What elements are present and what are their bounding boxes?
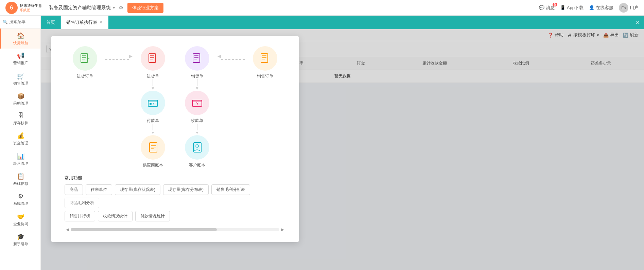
logo-icon: 6 — [5, 2, 18, 14]
svg-rect-24 — [149, 143, 150, 151]
flow-label-payment: 付款单 — [147, 118, 159, 124]
newbie-icon: 🎓 — [17, 233, 24, 240]
enterprise-icon: 🤝 — [17, 213, 24, 220]
sidebar-item-newbie[interactable]: 🎓 新手引导 — [0, 230, 40, 250]
system-dropdown-icon[interactable]: ▾ — [113, 5, 115, 10]
tab-close-icon[interactable]: ✕ — [99, 20, 103, 25]
sidebar-item-operations[interactable]: 📊 经营管理 — [0, 149, 40, 169]
sidebar-item-label: 销售管理 — [13, 81, 28, 86]
sidebar-item-label: 经营管理 — [13, 161, 28, 166]
common-functions-section: 常用功能 商品 往来单位 现存量(库存状况表) 现存量(库存分布表) 销售毛利分… — [65, 175, 285, 221]
tab-sales-orders-label: 销售订单执行表 — [66, 19, 97, 25]
common-btn-stock-dist[interactable]: 现存量(库存分布表) — [163, 184, 209, 195]
flow-node-payment[interactable]: ¥ 付款单 — [133, 91, 173, 124]
marketing-icon: 📢 — [17, 52, 24, 59]
user-avatar: Ea — [619, 3, 628, 13]
app-wrapper: 6 畅康通好生意 乐赋版 装备及固定资产辅助管理系统 ▾ ⚙ 体验行业方案 💬 … — [0, 0, 644, 270]
scroll-thumb — [71, 228, 217, 231]
common-buttons-row2: 销售排行榜 收款情况统计 付款情况统计 — [65, 211, 285, 221]
svg-rect-12 — [261, 54, 268, 62]
sidebar-item-base-info[interactable]: 📋 基础信息 — [0, 169, 40, 189]
purchase-icon: 📦 — [17, 92, 24, 100]
common-btn-goods[interactable]: 商品 — [65, 184, 83, 195]
main-layout: 🔍 搜索菜单 🏠 快捷导航 📢 营销推广 🛒 销售管理 📦 采购管理 🗄 — [0, 16, 644, 270]
user-btn[interactable]: Ea 用户 — [619, 3, 639, 13]
sidebar-item-sys-mgmt[interactable]: ⚙ 系统管理 — [0, 189, 40, 209]
overlay: 进货订单 ▶ — [41, 29, 644, 270]
sidebar-search[interactable]: 🔍 搜索菜单 — [0, 16, 40, 29]
common-btn-goods-margin[interactable]: 商品毛利分析 — [65, 198, 99, 208]
topbar-right: 💬 消息 5 📱 App下载 👤 在线客服 Ea 用户 — [539, 3, 639, 13]
sidebar-item-label: 营销推广 — [13, 60, 28, 65]
system-name: 装备及固定资产辅助管理系统 — [49, 5, 111, 11]
sidebar-item-purchase[interactable]: 📦 采购管理 — [0, 89, 40, 109]
common-btn-sales-margin[interactable]: 销售毛利分析表 — [211, 184, 250, 195]
settings-icon[interactable]: ⚙ — [119, 4, 123, 11]
supplier-ledger-icon — [141, 135, 165, 160]
flow-label-supplier-ledger: 供应商账本 — [143, 162, 163, 168]
common-btn-sales-rank[interactable]: 销售排行榜 — [65, 211, 95, 221]
svg-rect-23 — [150, 143, 157, 152]
sidebar-item-label: 快捷导航 — [13, 40, 28, 45]
popup-scrollbar: ◀ ▶ — [65, 227, 285, 232]
app-download-btn[interactable]: 📱 App下载 — [560, 5, 584, 11]
flow-node-customer-ledger[interactable]: 客户账本 — [177, 135, 217, 168]
flow-node-sales-order[interactable]: 销售订单 — [245, 46, 285, 79]
flow-node-purchase-order[interactable]: 进货订单 — [65, 46, 105, 79]
search-icon: 🔍 — [3, 20, 8, 24]
logo-text: 畅康通好生意 乐赋版 — [20, 3, 42, 12]
flow-node-supplier-ledger[interactable]: 供应商账本 — [133, 135, 173, 168]
arrow-order-to-bill: ◀ — [217, 53, 245, 72]
home-icon: 🏠 — [17, 32, 24, 39]
sidebar-item-inventory[interactable]: 🗄 库存核算 — [0, 109, 40, 129]
sidebar-item-label: 基础信息 — [13, 181, 28, 186]
svg-text:¥: ¥ — [196, 102, 198, 106]
common-functions-title: 常用功能 — [65, 175, 285, 181]
sidebar-item-label: 库存核算 — [13, 121, 28, 125]
svg-rect-29 — [193, 143, 194, 151]
flow-label-sales-order: 销售订单 — [257, 73, 273, 79]
arrow-down-payment: ▼ — [133, 124, 173, 135]
trial-button[interactable]: 体验行业方案 — [127, 3, 163, 13]
scroll-left-icon[interactable]: ◀ — [65, 227, 71, 232]
common-btn-payment-stats[interactable]: 付款情况统计 — [135, 211, 170, 221]
flow-label-purchase-bill: 进货单 — [147, 73, 159, 79]
sidebar-item-sales[interactable]: 🛒 销售管理 — [0, 69, 40, 89]
inventory-icon: 🗄 — [18, 112, 24, 120]
common-btn-receipt-stats[interactable]: 收款情况统计 — [98, 211, 133, 221]
flow-node-purchase-bill[interactable]: 进货单 — [133, 46, 173, 79]
message-btn[interactable]: 💬 消息 5 — [539, 5, 555, 11]
tab-home[interactable]: 首页 — [41, 16, 61, 29]
popup-body: 进货订单 ▶ — [51, 36, 299, 242]
sales-bill-icon — [185, 46, 209, 71]
common-btn-stock-status[interactable]: 现存量(库存状况表) — [115, 184, 160, 195]
page-content: ❓ 帮助 🖨 按模板打印 ▾ 📤 导出 🔄 刷新 — [41, 29, 644, 270]
sidebar-item-label: 企业协同 — [13, 221, 28, 226]
flow-node-receipt[interactable]: ¥ 收款单 — [177, 91, 217, 124]
sidebar-item-label: 采购管理 — [13, 101, 28, 106]
sidebar-item-marketing[interactable]: 📢 营销推广 — [0, 49, 40, 69]
svg-rect-0 — [81, 54, 88, 62]
online-service-btn[interactable]: 👤 在线客服 — [589, 5, 613, 11]
popup: 进货订单 ▶ — [51, 36, 299, 242]
service-icon: 👤 — [589, 5, 594, 10]
flow-node-sales-bill[interactable]: 销货单 — [177, 46, 217, 79]
flow-label-sales-bill: 销货单 — [191, 73, 203, 79]
sidebar-item-label: 资金管理 — [13, 141, 28, 145]
common-buttons-row: 商品 往来单位 现存量(库存状况表) 现存量(库存分布表) 销售毛利分析表 商品… — [65, 184, 285, 208]
sidebar-item-enterprise[interactable]: 🤝 企业协同 — [0, 210, 40, 230]
tab-close-right-icon[interactable]: ✕ — [631, 16, 644, 29]
scroll-right-icon[interactable]: ▶ — [279, 227, 285, 232]
logo-area: 6 畅康通好生意 乐赋版 — [5, 2, 46, 14]
arrow-purchase-to-bill: ▶ — [105, 53, 133, 72]
common-btn-partners[interactable]: 往来单位 — [86, 184, 112, 195]
message-icon: 💬 — [539, 5, 544, 10]
sidebar-item-finance[interactable]: 💰 资金管理 — [0, 129, 40, 149]
tab-sales-orders[interactable]: 销售订单执行表 ✕ — [61, 16, 108, 29]
arrow-down-sales: ▼ — [177, 79, 217, 91]
download-icon: 📱 — [560, 5, 565, 10]
sidebar-item-quick-nav[interactable]: 🏠 快捷导航 — [0, 29, 40, 49]
scroll-track[interactable] — [71, 228, 279, 231]
tabbar: 首页 销售订单执行表 ✕ ✕ — [41, 16, 644, 29]
sidebar: 🔍 搜索菜单 🏠 快捷导航 📢 营销推广 🛒 销售管理 📦 采购管理 🗄 — [0, 16, 41, 270]
